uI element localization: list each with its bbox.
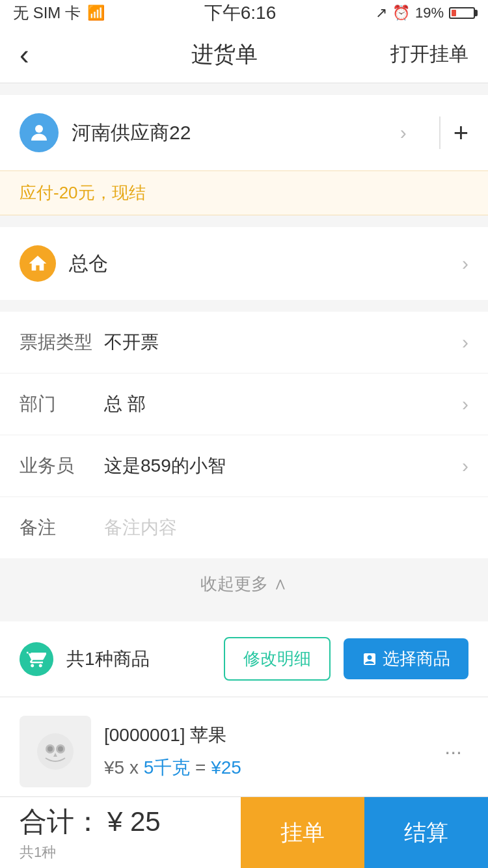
checkout-button[interactable]: 结算 [364,797,488,869]
product-more-button[interactable]: ··· [438,733,468,770]
product-title: 苹果 [190,725,226,745]
ticket-row[interactable]: 票据类型 不开票 › [0,312,488,373]
collapse-row[interactable]: 收起更多 ∧ [0,558,488,610]
dept-row[interactable]: 部门 总 部 › [0,373,488,435]
open-hang-button[interactable]: 打开挂单 [390,41,468,68]
product-code: [0000001] [104,725,190,745]
svg-point-1 [37,733,74,770]
product-thumbnail [20,716,91,787]
supplier-divider [439,116,441,149]
person-icon [27,121,51,144]
hang-button[interactable]: 挂单 [241,797,364,869]
product-price: ¥5 x 5千克 = ¥25 [104,755,425,780]
warehouse-icon [20,245,56,282]
staff-label: 业务员 [20,454,104,478]
collapse-label: 收起更多 ∧ [200,574,287,593]
cart-icon [27,649,46,669]
location-icon: ↗ [375,5,387,21]
product-info: [0000001] 苹果 ¥5 x 5千克 = ¥25 [104,723,425,780]
warning-bar: 应付-20元，现结 [0,170,488,215]
status-time: 下午6:16 [204,1,277,25]
product-total: ¥25 [211,757,241,778]
svg-point-5 [58,746,63,752]
products-icon [20,642,53,676]
staff-chevron-icon: › [462,455,468,477]
table-row: [0000001] 苹果 ¥5 x 5千克 = ¥25 ··· [0,697,488,806]
warehouse-chevron-icon: › [462,252,468,275]
network-label: 无 SIM 卡 [13,3,81,23]
dept-chevron-icon: › [462,393,468,415]
dept-label: 部门 [20,392,104,416]
wifi-icon: 📶 [87,5,105,21]
battery-percent: 19% [415,5,444,21]
divider-3 [0,300,488,312]
alarm-icon: ⏰ [392,5,410,21]
home-icon [27,253,48,274]
warning-text: 应付-20元，现结 [20,183,146,202]
supplier-section: 河南供应商22 › + 应付-20元，现结 [0,95,488,215]
divider-4 [0,610,488,621]
svg-point-4 [47,746,53,752]
ticket-label: 票据类型 [20,330,104,355]
add-supplier-button[interactable]: + [454,118,468,148]
ticket-value: 不开票 [104,330,462,355]
form-section: 票据类型 不开票 › 部门 总 部 › 业务员 这是859的小智 › 备注 备注… [0,312,488,558]
ticket-chevron-icon: › [462,331,468,353]
product-name: [0000001] 苹果 [104,723,425,748]
back-button[interactable]: ‹ [20,38,59,71]
products-count: 共1种商品 [66,647,211,671]
select-product-label: 选择商品 [383,647,450,670]
page-title: 进货单 [191,40,258,70]
battery-icon [449,7,475,19]
edit-detail-button[interactable]: 修改明细 [224,637,331,681]
svg-point-0 [35,125,43,133]
total-label: 合计： [20,806,102,837]
supplier-avatar [20,113,59,152]
note-label: 备注 [20,515,104,540]
total-value: ¥ 25 [107,806,161,837]
nav-bar: ‹ 进货单 打开挂单 [0,26,488,83]
status-right: ↗ ⏰ 19% [375,5,475,21]
product-qty: 5千克 [144,757,191,778]
total-count: 共1种 [20,843,221,862]
status-bar: 无 SIM 卡 📶 下午6:16 ↗ ⏰ 19% [0,0,488,26]
price-per-unit: ¥5 x [104,757,144,778]
product-image [36,732,75,771]
products-header: 共1种商品 修改明细 选择商品 [0,621,488,697]
status-left: 无 SIM 卡 📶 [13,3,105,23]
note-input[interactable]: 备注内容 [104,515,468,540]
supplier-chevron-icon: › [400,122,407,144]
select-product-button[interactable]: 选择商品 [344,638,468,679]
supplier-name: 河南供应商22 [72,120,400,146]
divider-top [0,83,488,95]
divider-2 [0,215,488,227]
dept-value: 总 部 [104,392,462,416]
total-section: 合计： ¥ 25 共1种 [0,804,241,862]
staff-value: 这是859的小智 [104,454,462,478]
warehouse-name: 总仓 [69,251,462,277]
staff-row[interactable]: 业务员 这是859的小智 › [0,435,488,496]
note-row[interactable]: 备注 备注内容 [0,496,488,558]
select-icon [362,651,377,667]
product-list: [0000001] 苹果 ¥5 x 5千克 = ¥25 ··· [0,697,488,806]
equals: = [195,757,211,778]
total-amount: 合计： ¥ 25 [20,804,221,840]
supplier-row[interactable]: 河南供应商22 › + [0,95,488,170]
warehouse-section: 总仓 › [0,227,488,300]
bottom-bar: 合计： ¥ 25 共1种 挂单 结算 [0,796,488,868]
warehouse-row[interactable]: 总仓 › [0,227,488,300]
